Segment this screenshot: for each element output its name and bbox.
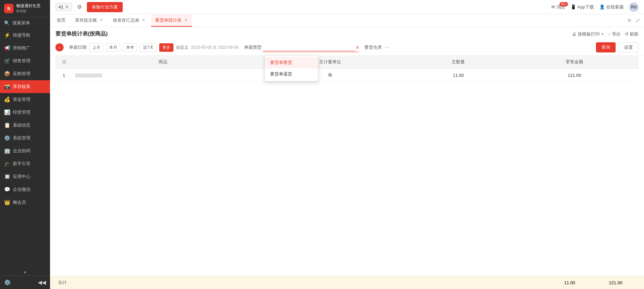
app-subtitle: 标准版 (16, 9, 41, 14)
message-btn[interactable]: ✉ 消息 99+ (551, 4, 565, 10)
date-this-year-btn[interactable]: 本年 (123, 43, 137, 52)
date-7days-btn[interactable]: 近7天 (140, 43, 157, 52)
sidebar-item-quick-nav[interactable]: ⚡ 快捷导航 (0, 29, 50, 42)
query-button[interactable]: 查询 (596, 42, 616, 52)
tab-home[interactable]: 首页 (53, 14, 70, 27)
sidebar-label: 基础信息 (13, 122, 30, 128)
search-menu-item[interactable]: 🔍 搜索菜单 (0, 17, 50, 29)
sidebar-item-sales[interactable]: 🛒 销售管理 (0, 54, 50, 67)
sidebar-label: 企业协同 (13, 148, 30, 154)
col-product-header: 商品 (72, 55, 254, 69)
date-custom-btn[interactable]: 自定义 (176, 45, 188, 50)
sidebar-label: 资金管理 (13, 96, 30, 103)
sidebar-item-marketing[interactable]: 📢 营销推广 (0, 42, 50, 54)
print-label: 按模板打印 (578, 31, 600, 37)
row-qty: 11.00 (406, 69, 510, 82)
expand-tabs-btn[interactable]: ⤢ (634, 16, 641, 25)
type-filter-input[interactable] (263, 43, 356, 51)
date-last-month-btn[interactable]: 上月 (89, 43, 103, 52)
service-icon: 👤 (599, 4, 605, 9)
sidebar-item-purchase[interactable]: 📦 采购管理 (0, 67, 50, 80)
filter-expand-btn[interactable]: › (55, 43, 64, 51)
page-content: 要货单统计表(按商品) 🖨 按模板打印 ▼ ↑ 导出 ↺ 刷新 (50, 27, 644, 289)
refresh-icon: ↺ (625, 31, 628, 37)
sidebar-scroll-up[interactable]: ▲ (0, 268, 50, 275)
close-icon[interactable]: ✕ (141, 18, 146, 22)
sidebar-item-wechat[interactable]: 💬 企业微信 (0, 183, 50, 196)
app-logo: b 畅捷通好生意 标准版 (0, 0, 50, 17)
settings-button[interactable]: 设置 (618, 42, 639, 52)
store-selector[interactable]: 41 ▼ (55, 3, 72, 11)
sidebar-item-app-center[interactable]: 🔲 应用中心 (0, 170, 50, 183)
table-footer: 合计 11.00 121.00 (50, 276, 644, 289)
page-header: 要货单统计表(按商品) 🖨 按模板打印 ▼ ↑ 导出 ↺ 刷新 (50, 27, 644, 40)
filter-date-group: 单据日期 上月 本月 本年 近7天 更多 自定义 2023-05-06 至 20… (69, 43, 239, 52)
tab-inventory-batch[interactable]: 库存批次账 ✕ (71, 14, 108, 27)
export-icon: ↑ (609, 31, 611, 37)
close-all-tabs-btn[interactable]: ✕ (626, 16, 633, 25)
collapse-sidebar-btn[interactable]: ◀◀ (38, 279, 46, 286)
sidebar-label: 销售管理 (13, 58, 30, 64)
tab-home-label: 首页 (57, 17, 66, 23)
row-product (72, 69, 254, 82)
sidebar-item-guide[interactable]: 🎓 新手引导 (0, 157, 50, 170)
row-seq: 1 (55, 69, 72, 82)
refresh-btn[interactable]: ↺ 刷新 (625, 31, 639, 37)
operations-icon: 📊 (4, 109, 10, 115)
sidebar-item-basics[interactable]: 📋 基础信息 (0, 119, 50, 132)
date-more-btn[interactable]: 更多 (159, 43, 173, 52)
date-this-month-btn[interactable]: 本月 (106, 43, 120, 52)
header-gear-btn[interactable]: ⚙ (75, 2, 84, 12)
settings-bottom-icon[interactable]: ⚙️ (4, 279, 11, 286)
warehouse-more-btn[interactable]: ··· (385, 44, 389, 50)
footer-amount: 121.00 (595, 280, 636, 285)
app-icon: 📱 (571, 4, 576, 9)
sidebar-item-member[interactable]: 👑 畅会员 (0, 196, 50, 209)
col-amount-header: 零售金额 (510, 55, 639, 69)
page-actions: 🖨 按模板打印 ▼ ↑ 导出 ↺ 刷新 (572, 31, 639, 37)
sidebar-label: 应用中心 (13, 174, 30, 180)
tab-order-stats[interactable]: 要货单统计表 ✕ (151, 14, 192, 27)
date-range-text: 2023-05-06 至 2023-06-06 (191, 45, 239, 50)
sidebar-label: 营销推广 (13, 45, 30, 51)
app-download-label: App下载 (577, 4, 594, 10)
sidebar-label: 库存核算 (13, 84, 30, 90)
footer-qty: 11.00 (549, 280, 590, 285)
sidebar-label: 采购管理 (13, 71, 30, 77)
close-icon[interactable]: ✕ (184, 18, 188, 22)
user-avatar[interactable]: Rit (629, 2, 639, 12)
dropdown-item-purchase[interactable]: 要货单要货 (265, 57, 318, 68)
sales-icon: 🛒 (4, 58, 10, 64)
chevron-right-icon: › (59, 45, 60, 50)
sidebar-item-finance[interactable]: 💰 资金管理 (0, 93, 50, 106)
type-dropdown-arrow[interactable]: ∧ (356, 44, 359, 50)
sidebar: b 畅捷通好生意 标准版 🔍 搜索菜单 ⚡ 快捷导航 📢 营销推广 🛒 销售管理… (0, 0, 50, 289)
system-icon: ⚙️ (4, 135, 10, 141)
wechat-icon: 💬 (4, 186, 10, 193)
sidebar-item-operations[interactable]: 📊 经营管理 (0, 106, 50, 119)
online-service-btn[interactable]: 👤 在线客服 (599, 4, 624, 10)
print-template-btn[interactable]: 🖨 按模板打印 ▼ (572, 31, 604, 37)
table-gear-icon[interactable]: ⚙ (62, 59, 66, 65)
service-label: 在线客服 (606, 4, 624, 10)
sidebar-item-system[interactable]: ⚙️ 系统管理 (0, 132, 50, 144)
marketing-icon: 📢 (4, 45, 10, 51)
sidebar-bottom: ⚙️ ◀◀ (0, 275, 50, 289)
sidebar-label: 快捷导航 (13, 32, 30, 38)
close-icon[interactable]: ✕ (99, 18, 103, 22)
app-download-btn[interactable]: 📱 App下载 (571, 4, 594, 10)
logo-icon: b (4, 4, 14, 13)
tab-receivable-summary[interactable]: 收发存汇总表 ✕ (109, 14, 150, 27)
export-btn[interactable]: ↑ 导出 (609, 31, 621, 37)
trial-button[interactable]: 体验行业方案 (87, 2, 123, 12)
search-menu-label: 搜索菜单 (13, 20, 30, 26)
date-filter-label: 单据日期 (69, 44, 87, 50)
chevron-down-icon: ▼ (601, 32, 604, 36)
sidebar-item-enterprise[interactable]: 🏢 企业协同 (0, 144, 50, 157)
type-filter-label: 单据类型 (244, 44, 262, 50)
refresh-label: 刷新 (630, 31, 639, 37)
app-title: 畅捷通好生意 (16, 3, 41, 9)
dropdown-item-return[interactable]: 要货单退货 (265, 68, 318, 80)
sidebar-item-inventory[interactable]: 🗃️ 库存核算 (0, 80, 50, 93)
filter-type-group: 单据类型 ∧ 要货单要货 要货单退货 (244, 43, 359, 52)
